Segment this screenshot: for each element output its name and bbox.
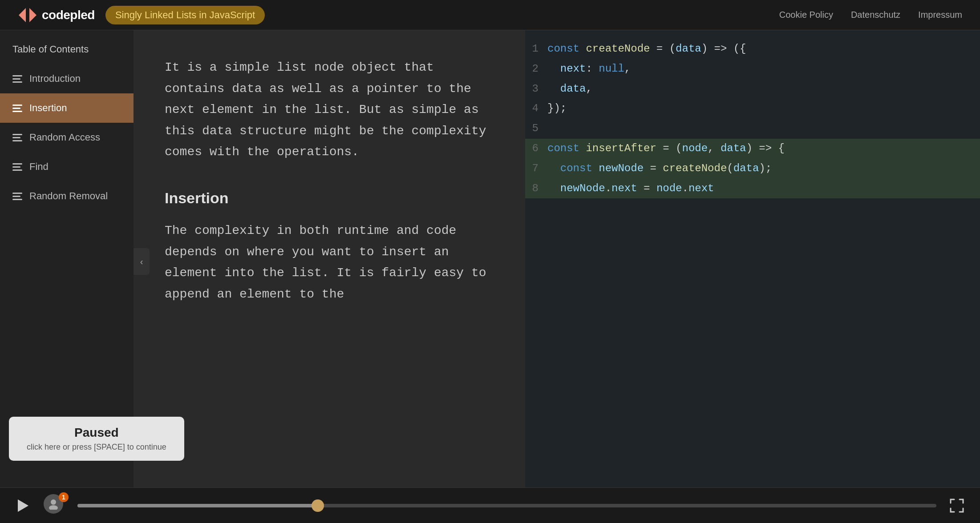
sidebar-collapse-button[interactable]: ‹ bbox=[134, 248, 150, 275]
menu-icon-insertion bbox=[12, 105, 22, 112]
sidebar-label-random-removal: Random Removal bbox=[29, 190, 108, 202]
progress-bar-fill bbox=[77, 504, 318, 507]
fullscreen-icon bbox=[950, 499, 964, 513]
progress-bar[interactable] bbox=[77, 504, 936, 507]
svg-point-3 bbox=[49, 505, 58, 510]
code-block: 1 const createNode = (data) => ({ 2 next… bbox=[525, 30, 980, 207]
menu-icon-random-removal bbox=[12, 193, 22, 200]
svg-point-2 bbox=[51, 499, 56, 505]
avatar-button[interactable]: 1 bbox=[44, 494, 67, 517]
logo-text: codepled bbox=[42, 8, 95, 22]
code-line-1: 1 const createNode = (data) => ({ bbox=[525, 39, 980, 59]
main-content: It is a simple list node object that con… bbox=[134, 30, 980, 487]
toc-title: Table of Contents bbox=[0, 30, 134, 64]
sidebar-item-random-access[interactable]: Random Access bbox=[0, 123, 134, 152]
impressum-link[interactable]: Impressum bbox=[918, 10, 962, 20]
fullscreen-button[interactable] bbox=[947, 496, 967, 515]
sidebar-item-random-removal[interactable]: Random Removal bbox=[0, 181, 134, 211]
sidebar-item-find[interactable]: Find bbox=[0, 152, 134, 181]
topnav-right: Cookie Policy Datenschutz Impressum bbox=[779, 10, 962, 20]
svg-marker-0 bbox=[19, 8, 26, 22]
course-title-badge: Singly Linked Lists in JavaScript bbox=[105, 6, 265, 24]
insertion-paragraph: The complexity in both runtime and code … bbox=[165, 220, 494, 305]
menu-icon-find bbox=[12, 163, 22, 171]
menu-icon-random-access bbox=[12, 134, 22, 141]
logo-icon bbox=[18, 5, 37, 25]
paused-overlay[interactable]: Paused click here or press [SPACE] to co… bbox=[9, 417, 184, 461]
svg-marker-1 bbox=[29, 8, 36, 22]
paused-title: Paused bbox=[27, 426, 166, 440]
datenschutz-link[interactable]: Datenschutz bbox=[851, 10, 900, 20]
sidebar-item-introduction[interactable]: Introduction bbox=[0, 64, 134, 93]
sidebar-label-find: Find bbox=[29, 161, 49, 173]
play-button[interactable] bbox=[13, 496, 33, 515]
topnav-left: codepled Singly Linked Lists in JavaScri… bbox=[18, 5, 265, 25]
sidebar-item-insertion[interactable]: Insertion bbox=[0, 93, 134, 123]
intro-paragraph: It is a simple list node object that con… bbox=[165, 57, 494, 163]
notification-badge: 1 bbox=[59, 492, 69, 502]
code-line-6: 6 const insertAfter = (node, data) => { bbox=[525, 139, 980, 159]
paused-subtitle: click here or press [SPACE] to continue bbox=[27, 443, 166, 452]
code-panel: 1 const createNode = (data) => ({ 2 next… bbox=[525, 30, 980, 487]
cookie-policy-link[interactable]: Cookie Policy bbox=[779, 10, 833, 20]
code-line-2: 2 next: null, bbox=[525, 59, 980, 79]
topnav: codepled Singly Linked Lists in JavaScri… bbox=[0, 0, 980, 30]
logo[interactable]: codepled bbox=[18, 5, 95, 25]
bottom-bar: 1 bbox=[0, 487, 980, 523]
code-line-7: 7 const newNode = createNode(data); bbox=[525, 159, 980, 179]
insertion-title: Insertion bbox=[165, 189, 494, 207]
code-line-8: 8 newNode.next = node.next bbox=[525, 179, 980, 199]
play-icon bbox=[18, 499, 28, 512]
article-panel: It is a simple list node object that con… bbox=[134, 30, 525, 487]
avatar-icon bbox=[48, 498, 59, 510]
progress-thumb[interactable] bbox=[312, 499, 324, 512]
sidebar-label-introduction: Introduction bbox=[29, 73, 81, 84]
code-line-4: 4 }); bbox=[525, 99, 980, 119]
code-line-3: 3 data, bbox=[525, 79, 980, 99]
sidebar-label-insertion: Insertion bbox=[29, 102, 67, 114]
sidebar-label-random-access: Random Access bbox=[29, 132, 100, 143]
code-line-5: 5 bbox=[525, 119, 980, 139]
menu-icon-introduction bbox=[12, 75, 22, 83]
